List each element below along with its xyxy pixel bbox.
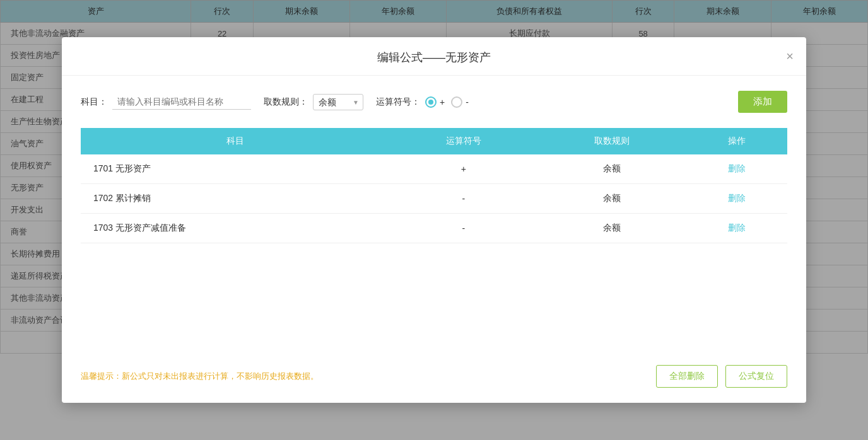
reset-button[interactable]: 公式复位 (725, 365, 787, 388)
close-button[interactable]: × (786, 50, 794, 62)
row3-rule: 余额 (537, 214, 686, 243)
row1-operator: + (389, 154, 537, 184)
modal-header: 编辑公式——无形资产 × (62, 37, 806, 76)
rule-select[interactable]: 余额 借方 贷方 (313, 94, 363, 110)
footer-buttons: 全部删除 公式复位 (656, 365, 787, 388)
delete-button-2[interactable]: 删除 (728, 193, 746, 204)
radio-circle-plus (425, 96, 437, 108)
rule-select-wrap: 余额 借方 贷方 ▼ (313, 94, 363, 110)
radio-circle-minus (451, 96, 462, 108)
modal-overlay: 编辑公式——无形资产 × 科目： 取数规则： 余额 借方 贷方 (0, 0, 868, 440)
row2-subject: 1702 累计摊销 (81, 184, 389, 214)
row2-action: 删除 (686, 184, 787, 214)
hint-text: 温馨提示：新公式只对未出报表进行计算，不影响历史报表数据。 (81, 371, 319, 382)
operator-label: 运算符号： (376, 96, 420, 108)
modal-body: 科目： 取数规则： 余额 借方 贷方 ▼ 运算符号： (62, 76, 806, 355)
operator-group: 运算符号： + - (376, 96, 469, 108)
row1-subject: 1701 无形资产 (81, 154, 389, 184)
th-operator: 运算符号 (389, 128, 537, 154)
delete-all-button[interactable]: 全部删除 (656, 365, 718, 388)
subject-input[interactable] (112, 94, 251, 110)
table-header-row: 科目 运算符号 取数规则 操作 (81, 128, 787, 154)
operator-plus-radio[interactable]: + (425, 96, 445, 108)
row3-subject: 1703 无形资产减值准备 (81, 214, 389, 243)
operator-plus-label: + (440, 97, 445, 107)
delete-button-1[interactable]: 删除 (728, 163, 746, 175)
row2-operator: - (389, 184, 537, 214)
modal-title: 编辑公式——无形资产 (377, 50, 491, 65)
th-action: 操作 (686, 128, 787, 154)
operator-minus-radio[interactable]: - (451, 96, 469, 108)
add-button[interactable]: 添加 (738, 91, 787, 113)
row1-action: 删除 (686, 154, 787, 184)
formula-table: 科目 运算符号 取数规则 操作 1701 无形资产 + 余额 删除 (81, 128, 787, 243)
row3-operator: - (389, 214, 537, 243)
form-row: 科目： 取数规则： 余额 借方 贷方 ▼ 运算符号： (81, 91, 787, 113)
row3-action: 删除 (686, 214, 787, 243)
table-row: 1702 累计摊销 - 余额 删除 (81, 184, 787, 214)
rule-label: 取数规则： (264, 96, 308, 108)
th-rule: 取数规则 (537, 128, 686, 154)
table-row: 1703 无形资产减值准备 - 余额 删除 (81, 214, 787, 243)
operator-minus-label: - (466, 97, 469, 107)
table-row: 1701 无形资产 + 余额 删除 (81, 154, 787, 184)
row1-rule: 余额 (537, 154, 686, 184)
subject-label: 科目： (81, 96, 107, 108)
rule-group: 取数规则： 余额 借方 贷方 ▼ (264, 94, 363, 110)
operator-radio-group: + - (425, 96, 469, 108)
subject-group: 科目： (81, 94, 251, 110)
delete-button-3[interactable]: 删除 (728, 223, 746, 234)
th-subject: 科目 (81, 128, 389, 154)
modal-footer: 温馨提示：新公式只对未出报表进行计算，不影响历史报表数据。 全部删除 公式复位 (62, 355, 806, 403)
modal-dialog: 编辑公式——无形资产 × 科目： 取数规则： 余额 借方 贷方 (62, 37, 806, 403)
row2-rule: 余额 (537, 184, 686, 214)
